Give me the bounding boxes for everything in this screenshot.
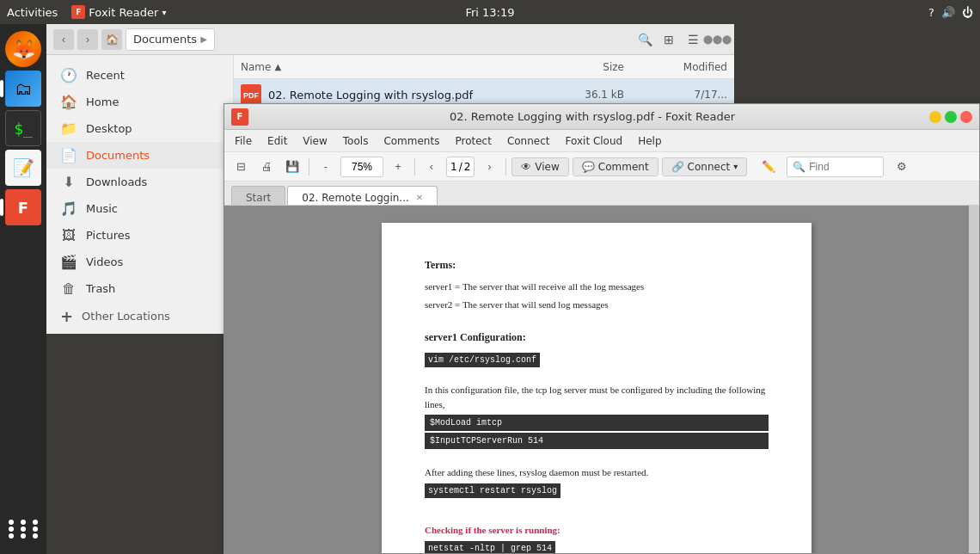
tb-page-total: 2	[464, 161, 471, 173]
tb-page-next-button[interactable]: ›	[478, 156, 500, 178]
tb-separator-2	[414, 158, 415, 175]
tb-print-button[interactable]: 🖨	[255, 156, 278, 178]
menu-view[interactable]: View	[296, 133, 334, 149]
menu-tools[interactable]: Tools	[336, 133, 376, 149]
pdf-server1-def: server1 = The server that will receive a…	[425, 280, 769, 294]
tb-page-prev-button[interactable]: ‹	[420, 156, 443, 178]
menu-foxit-cloud[interactable]: Foxit Cloud	[559, 133, 630, 149]
ubuntu-dock: 🦊 🗂 $_ 📝 F	[0, 24, 46, 554]
file-name: 02. Remote Logging with rsyslog.pdf	[268, 89, 555, 102]
desktop-icon: 📁	[60, 120, 77, 137]
tb-edit-button[interactable]: ✏️	[757, 156, 780, 178]
dock-item-apps[interactable]	[5, 511, 41, 547]
sidebar-item-other-label: Other Locations	[82, 310, 170, 323]
tb-separator-1	[309, 158, 309, 175]
tb-separator-3	[505, 158, 506, 175]
sidebar-item-pictures-label: Pictures	[86, 229, 130, 242]
tb-edit-group: ✏️	[757, 156, 780, 178]
foxit-scrollbar[interactable]	[969, 206, 979, 553]
dock-item-gedit[interactable]: 📝	[5, 150, 41, 186]
tb-view-button[interactable]: 👁 View	[511, 157, 568, 176]
fm-col-name[interactable]: Name ▲	[241, 61, 555, 73]
fm-search-button[interactable]: 🔍	[634, 29, 655, 50]
system-icon-power: ⏻	[962, 6, 973, 19]
view-icon: 👁	[521, 161, 531, 173]
sidebar-item-home[interactable]: 🏠 Home	[46, 89, 233, 115]
sidebar-item-documents-label: Documents	[86, 149, 150, 162]
pdf-terms-title: Terms:	[425, 257, 769, 273]
minimize-button[interactable]	[929, 111, 941, 123]
fm-forward-button[interactable]: ›	[77, 29, 98, 50]
sidebar-item-desktop-label: Desktop	[86, 122, 132, 135]
foxit-page-area[interactable]: Terms: server1 = The server that will re…	[224, 206, 969, 553]
sidebar-item-pictures[interactable]: 🖼 Pictures	[46, 222, 233, 249]
tb-connect-button[interactable]: 🔗 Connect ▾	[662, 157, 748, 176]
music-icon: 🎵	[60, 200, 77, 217]
documents-icon: 📄	[60, 147, 77, 163]
foxit-viewer-area: Terms: server1 = The server that will re…	[224, 206, 979, 553]
foxit-titlebar: F 02. Remote Logging with rsyslog.pdf - …	[224, 104, 979, 130]
activities-button[interactable]: Activities	[7, 6, 58, 19]
fm-menu-button[interactable]: ☰	[683, 29, 703, 50]
sidebar-item-music[interactable]: 🎵 Music	[46, 195, 233, 222]
tb-search-box: 🔍	[787, 157, 884, 177]
tab-close-button[interactable]: ✕	[416, 193, 423, 202]
menu-file[interactable]: File	[228, 133, 259, 149]
connect-icon: 🔗	[671, 161, 684, 173]
foxit-window-title: 02. Remote Logging with rsyslog.pdf - Fo…	[255, 110, 929, 123]
menu-comments[interactable]: Comments	[377, 133, 446, 149]
tb-zoom-out-button[interactable]: -	[315, 156, 337, 178]
tab-start[interactable]: Start	[231, 186, 285, 205]
dock-item-firefox[interactable]: 🦊	[5, 31, 41, 67]
pdf-smodload: $ModLoad imtcp	[425, 415, 769, 431]
downloads-icon: ⬇	[60, 174, 77, 190]
sidebar-item-desktop[interactable]: 📁 Desktop	[46, 115, 233, 142]
dock-item-terminal[interactable]: $_	[5, 110, 41, 146]
tb-settings-button[interactable]: ⚙	[891, 156, 913, 178]
fm-back-button[interactable]: ‹	[53, 29, 74, 50]
pdf-restart-text: After adding these lines, rsyslog daemon…	[425, 465, 769, 480]
sidebar-item-trash-label: Trash	[86, 282, 115, 295]
menu-help[interactable]: Help	[631, 133, 668, 149]
sidebar-item-videos-label: Videos	[86, 255, 123, 268]
sidebar-item-trash[interactable]: 🗑 Trash	[46, 275, 233, 302]
fm-view-toggle-button[interactable]: ⊞	[658, 29, 679, 50]
foxit-dock-icon: F	[71, 5, 85, 19]
menu-connect[interactable]: Connect	[500, 133, 557, 149]
tb-zoom-input[interactable]	[345, 161, 379, 173]
fm-home-button[interactable]: 🏠	[101, 29, 122, 50]
pdf-config-text: In this configuration file, the tcp log …	[425, 383, 769, 411]
close-button[interactable]	[960, 111, 972, 123]
sidebar-item-documents[interactable]: 📄 Documents	[46, 142, 233, 169]
fm-breadcrumb-current: Documents	[133, 33, 197, 46]
dock-item-files[interactable]: 🗂	[5, 71, 41, 107]
tb-search-input[interactable]	[809, 161, 878, 173]
tb-comment-button[interactable]: 💬 Comment	[573, 157, 658, 176]
sidebar-item-home-label: Home	[86, 95, 119, 108]
fm-sidebar: 🕐 Recent 🏠 Home 📁 Desktop 📄 Documents ⬇ …	[46, 55, 234, 334]
connect-dropdown-icon: ▾	[733, 162, 738, 171]
sidebar-item-downloads[interactable]: ⬇ Downloads	[46, 169, 233, 195]
sidebar-item-downloads-label: Downloads	[86, 175, 147, 188]
sidebar-item-videos[interactable]: 🎬 Videos	[46, 249, 233, 275]
tb-save-button[interactable]: 💾	[281, 156, 303, 178]
menu-protect[interactable]: Protect	[448, 133, 498, 149]
other-locations-icon: +	[60, 307, 73, 325]
fm-col-size: Size	[555, 61, 624, 73]
tb-page-group: 1 / 2	[446, 157, 475, 177]
fm-breadcrumb-arrow: ▶	[200, 34, 207, 44]
tb-zoom-in-button[interactable]: +	[387, 156, 409, 178]
maximize-button[interactable]	[945, 111, 957, 123]
menu-edit[interactable]: Edit	[260, 133, 294, 149]
sidebar-item-other-locations[interactable]: + Other Locations	[46, 302, 233, 330]
tab-document[interactable]: 02. Remote Loggin... ✕	[287, 186, 438, 205]
dock-item-foxit[interactable]: F	[5, 189, 41, 225]
tb-layout-button[interactable]: ⊟	[230, 156, 252, 178]
pdf-config-title: server1 Configuration:	[425, 329, 769, 345]
pdf-check-title: Checking if the server is running:	[425, 523, 769, 538]
comment-icon: 💬	[582, 161, 595, 173]
tb-comment-label: Comment	[598, 161, 649, 173]
sidebar-item-recent[interactable]: 🕐 Recent	[46, 62, 233, 89]
fm-column-header: Name ▲ Size Modified	[234, 55, 734, 79]
file-modified: 7/17...	[624, 89, 727, 101]
